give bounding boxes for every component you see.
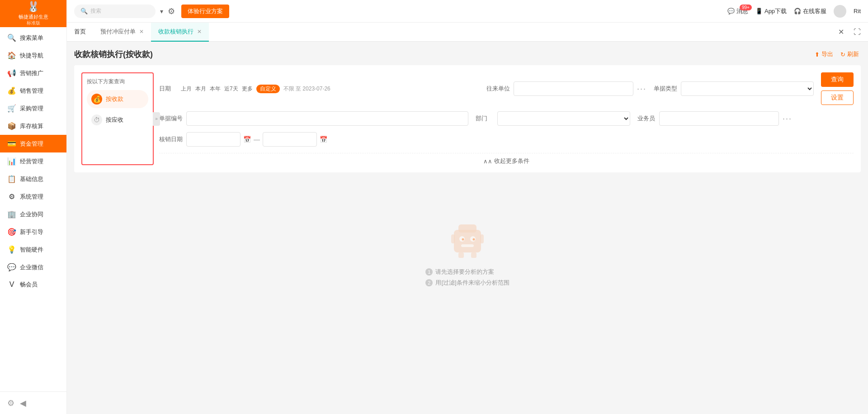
header-dropdown-btn[interactable]: ▾ [160,8,163,15]
salesperson-select-icon[interactable]: ··· [783,114,792,124]
filter-option-by-receivable[interactable]: ⏱ 按应收 [87,111,148,129]
bill-type-field: 单据类型 [654,81,814,96]
date-shortcut-this-month[interactable]: 本月 [195,85,206,93]
sidebar-icon-search-menu: 🔍 [7,33,16,42]
date-shortcut-7days[interactable]: 近7天 [224,85,238,93]
sidebar-item-quick-nav[interactable]: 🏠 快捷导航 [0,47,66,64]
salesperson-input[interactable] [659,111,779,126]
filter-actions: 查询 设置 [821,72,854,105]
close-collection-writeoff-icon[interactable]: ✕ [197,29,202,35]
sidebar-item-smart-hw[interactable]: 💡 智能硬件 [0,241,66,258]
collapse-more-button[interactable]: ∧∧ 收起更多条件 [483,157,529,165]
sidebar-item-guide[interactable]: 🎯 新手引导 [0,223,66,241]
header-search[interactable]: 🔍 搜索 [74,5,156,18]
tab-home-label: 首页 [74,28,86,36]
filter-collapse-btn[interactable]: » [153,112,160,126]
export-button[interactable]: ⬆ 导出 [813,50,835,58]
salesperson-field: 业务员 ··· [637,111,792,126]
department-select[interactable] [497,111,630,126]
writeoff-date-start-icon[interactable]: 📅 [243,136,251,143]
app-download-label: App下载 [764,7,787,15]
counterparty-field: 往来单位 ··· [486,81,646,96]
sidebar-label-finance: 资金管理 [20,140,43,148]
search-placeholder: 搜索 [90,7,101,15]
bill-type-select[interactable] [681,81,814,96]
message-btn[interactable]: 💬 消息 99+ [727,7,748,15]
page-content: 收款核销执行(按收款) ⬆ 导出 ↻ 刷新 按以下方案查询 💰 按收款 [67,42,868,414]
close-tab-btn[interactable]: ✕ [835,26,847,38]
main-area: 🔍 搜索 ▾ ⚙ 体验行业方案 💬 消息 99+ 📱 App下载 🎧 在线客服 … [67,0,868,414]
close-prepay-icon[interactable]: ✕ [139,29,144,35]
writeoff-date-start[interactable]: 2023-03-01 [186,132,241,147]
sidebar-label-marketing: 营销推广 [20,69,43,77]
refresh-button[interactable]: ↻ 刷新 [839,50,861,58]
sidebar-icon-quick-nav: 🏠 [7,51,16,60]
solution-button[interactable]: 体验行业方案 [181,5,229,18]
sidebar-item-search-menu[interactable]: 🔍 搜索菜单 [0,29,66,47]
sidebar-label-system: 系统管理 [20,193,43,201]
sidebar-item-marketing[interactable]: 📢 营销推广 [0,64,66,82]
header-settings-icon[interactable]: ⚙ [168,6,175,16]
sidebar-item-member[interactable]: V 畅会员 [0,276,66,293]
tab-prepay[interactable]: 预付冲应付单 ✕ [93,23,151,42]
date-shortcut-this-year[interactable]: 本年 [210,85,221,93]
sidebar-icon-enterprise: 🏢 [7,210,16,219]
sidebar-icon-system: ⚙ [7,192,16,201]
sidebar-item-sales[interactable]: 💰 销售管理 [0,82,66,100]
sidebar-item-system[interactable]: ⚙ 系统管理 [0,188,66,205]
online-service-label: 在线客服 [803,7,826,15]
by-receivable-icon: ⏱ [91,114,102,125]
sidebar-item-basic-info[interactable]: 📋 基础信息 [0,170,66,188]
bill-type-label: 单据类型 [654,85,677,93]
filter-section-title: 按以下方案查询 [87,78,148,86]
by-receivable-label: 按应收 [106,116,123,124]
sidebar-label-guide: 新手引导 [20,228,43,236]
sidebar-label-purchase: 采购管理 [20,105,43,113]
tab-collection-writeoff[interactable]: 收款核销执行 ✕ [151,23,209,42]
sidebar-icon-purchase: 🛒 [7,104,16,113]
sidebar-item-inventory[interactable]: 📦 库存核算 [0,117,66,135]
logo-sub: 标准版 [27,20,40,26]
date-custom-badge[interactable]: 自定义 [256,85,280,93]
date-shortcut-last-month[interactable]: 上月 [181,85,192,93]
sidebar-item-purchase[interactable]: 🛒 采购管理 [0,100,66,117]
svg-rect-1 [458,224,476,233]
date-label: 日期 [159,85,177,93]
date-more-link[interactable]: 更多 [242,85,253,93]
filter-row-3: 核销日期 2023-03-01 📅 — 2023-07-21 📅 [159,132,854,147]
sidebar-label-operation: 经营管理 [20,157,43,166]
sidebar-item-operation[interactable]: 📊 经营管理 [0,152,66,170]
tab-home[interactable]: 首页 [67,23,93,42]
filter-row-1: 日期 上月 本月 本年 近7天 更多 自定义 不限 至 2023-07-26 [159,72,854,105]
bill-no-input[interactable] [186,111,468,126]
sidebar-icon-sales: 💰 [7,86,16,95]
online-service-btn[interactable]: 🎧 在线客服 [794,7,826,15]
counterparty-select-icon[interactable]: ··· [637,84,646,94]
refresh-icon: ↻ [840,51,845,58]
bill-no-field: 单据编号 [159,111,468,126]
counterparty-input[interactable] [514,81,633,96]
settings-icon[interactable]: ⚙ [7,398,14,408]
query-button[interactable]: 查询 [821,72,854,87]
sidebar-item-finance[interactable]: 💳 资金管理 [0,135,66,152]
writeoff-date-end-icon[interactable]: 📅 [320,136,327,143]
collapse-icon[interactable]: ◀ [20,398,26,408]
settings-button[interactable]: 设置 [821,90,854,105]
user-name[interactable]: Rit [854,8,861,14]
filter-option-by-collection[interactable]: 💰 按收款 [87,90,148,108]
sidebar-item-wechat[interactable]: 💬 企业微信 [0,258,66,276]
sidebar-label-enterprise: 企业协同 [20,210,43,219]
sidebar-label-smart-hw: 智能硬件 [20,246,43,254]
sidebar-label-inventory: 库存核算 [20,122,43,130]
sidebar-label-sales: 销售管理 [20,87,43,95]
writeoff-date-end[interactable]: 2023-07-21 [263,132,317,147]
expand-tab-btn[interactable]: ⛶ [851,26,863,38]
sidebar-item-enterprise[interactable]: 🏢 企业协同 [0,205,66,223]
tab-prepay-label: 预付冲应付单 [100,28,136,36]
app-logo: 🐰 畅捷通好生意 标准版 [0,0,66,27]
department-label: 部门 [476,114,494,123]
date-no-limit: 不限 至 2023-07-26 [283,85,330,93]
date-shortcuts: 上月 本月 本年 近7天 更多 自定义 [181,85,280,93]
sidebar-icon-inventory: 📦 [7,122,16,130]
app-download-btn[interactable]: 📱 App下载 [755,7,787,15]
